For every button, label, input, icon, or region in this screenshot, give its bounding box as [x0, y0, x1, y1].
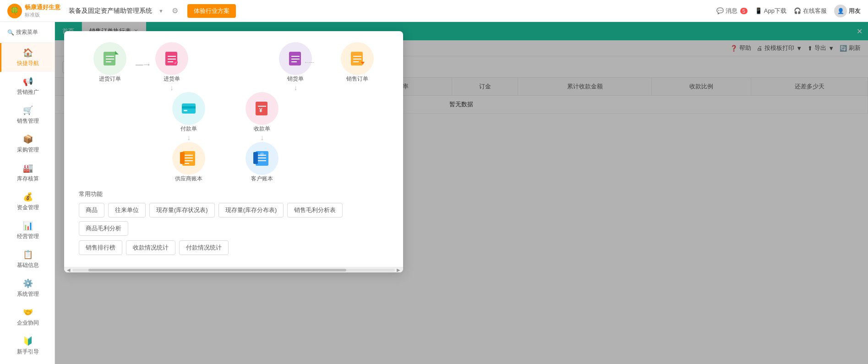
system-dropdown-icon[interactable]: ▼ [158, 8, 164, 14]
avatar: 👤 [834, 5, 847, 17]
logo-text: 畅康通好生意 标准版 [25, 4, 60, 18]
sidebar-item-operation[interactable]: 📊 经营管理 [0, 216, 55, 245]
app-download-label: App下载 [764, 7, 786, 15]
flow-supplier-account: 供应商账本 [152, 142, 225, 183]
newbie-icon: 🔰 [23, 336, 33, 346]
sidebar-label-marketing: 营销推广 [17, 88, 39, 96]
sidebar-item-newbie[interactable]: 🔰 新手引导 [0, 331, 55, 360]
payment-icon [180, 100, 197, 117]
purchase-icon: 📦 [23, 134, 33, 144]
sidebar-item-sales[interactable]: 🛒 销售管理 [0, 101, 55, 130]
sidebar-item-purchase[interactable]: 📦 采购管理 [0, 130, 55, 158]
finance-icon: 💰 [23, 192, 33, 202]
scrollbar-thumb[interactable] [88, 269, 346, 272]
phone-icon: 📱 [755, 7, 762, 14]
flow-sales-order-node: ←- - - 销售订单 [327, 42, 388, 83]
sales-order-node-icon [349, 50, 366, 67]
flow-purchase-receipt: ✓ 进货单 ↓ [141, 42, 202, 92]
trial-button[interactable]: 体验行业方案 [187, 4, 236, 18]
func-buttons-row1: 商品 往来单位 现存量(库存状况表) 现存量(库存分布表) 销售毛利分析表 商品… [79, 203, 388, 236]
sidebar-label-newbie: 新手引导 [17, 348, 39, 356]
scroll-right-icon[interactable]: ▶ [395, 267, 402, 272]
search-menu-button[interactable]: 🔍 搜索菜单 [4, 27, 51, 38]
sidebar-label-inventory: 库存核算 [17, 175, 39, 183]
flow-modal: 进货订单 - - -→ [64, 31, 403, 272]
sidebar-search-area[interactable]: 🔍 搜索菜单 [0, 22, 55, 43]
purchase-receipt-circle[interactable]: ✓ [155, 42, 188, 75]
flow-sale-order: 销货单 ↓ [265, 42, 327, 92]
dashed-left-arrow: ←- - - [304, 59, 313, 65]
purchase-order-circle[interactable] [93, 42, 126, 75]
sales-order-node-label: 销售订单 [346, 75, 368, 83]
sale-order-label: 销货单 [287, 75, 304, 83]
func-btn-receipt-stat[interactable]: 收款情况统计 [126, 240, 175, 255]
modal-scrollbar[interactable]: ◀ ▶ [64, 267, 403, 272]
func-btn-sales-gross[interactable]: 销售毛利分析表 [287, 203, 343, 217]
flow-receipt: ¥ 收款单 ↓ [225, 92, 299, 142]
system-icon: ⚙️ [23, 278, 33, 288]
app-download-action[interactable]: 📱 App下载 [755, 7, 786, 15]
func-btn-goods-gross[interactable]: 商品毛利分析 [79, 221, 128, 236]
sidebar-item-finance[interactable]: 💰 资金管理 [0, 187, 55, 216]
scroll-left-icon[interactable]: ◀ [65, 267, 72, 272]
svg-marker-4 [115, 51, 119, 54]
sales-order-node-circle[interactable] [341, 42, 374, 75]
sidebar-item-inventory[interactable]: 🏭 库存核算 [0, 158, 55, 187]
svg-rect-21 [182, 106, 196, 109]
modal-body: 进货订单 - - -→ [64, 31, 403, 267]
flow-purchase-order: 进货订单 - - -→ [79, 42, 141, 83]
basic-icon: 📋 [23, 250, 33, 260]
header-right: 💬 消息 5 📱 App下载 🎧 在线客服 👤 用友 [716, 5, 861, 17]
main-layout: 🔍 搜索菜单 🏠 快捷导航 📢 营销推广 🛒 销售管理 📦 采购管理 🏭 库存核… [0, 22, 868, 364]
message-action[interactable]: 💬 消息 5 [716, 7, 748, 15]
svg-point-36 [260, 152, 264, 156]
supplier-account-icon [180, 150, 197, 167]
operation-icon: 📊 [23, 221, 33, 231]
common-func-title: 常用功能 [79, 190, 388, 198]
logo-line1: 畅康通好生意 [25, 4, 60, 11]
svg-rect-37 [253, 152, 258, 164]
search-menu-label: 搜索菜单 [16, 28, 38, 36]
supplier-account-label: 供应商账本 [175, 175, 202, 183]
sidebar-item-basic[interactable]: 📋 基础信息 [0, 245, 55, 274]
top-header: 🍀 畅康通好生意 标准版 装备及固定资产辅助管理系统 ▼ ⚙ 体验行业方案 💬 … [0, 0, 868, 22]
logo-area: 🍀 畅康通好生意 标准版 [7, 4, 60, 18]
search-icon: 🔍 [7, 29, 14, 36]
func-btn-partners[interactable]: 往来单位 [108, 203, 146, 217]
receipt-circle[interactable]: ¥ [246, 92, 278, 125]
customer-account-icon [253, 150, 271, 167]
arrow-receipt-order-down: ↓ [260, 134, 264, 142]
sidebar-item-marketing[interactable]: 📢 营销推广 [0, 72, 55, 101]
content-area: 首页 销售订单执行表 ✕ ✕ ❓ 帮助 🖨 按模板打印 [55, 22, 868, 364]
common-functions-section: 常用功能 商品 往来单位 现存量(库存状况表) 现存量(库存分布表) 销售毛利分… [79, 190, 388, 255]
user-avatar-area[interactable]: 👤 用友 [834, 5, 861, 17]
svg-rect-31 [180, 152, 185, 164]
online-service-action[interactable]: 🎧 在线客服 [794, 7, 827, 15]
sidebar-item-system[interactable]: ⚙️ 系统管理 [0, 274, 55, 303]
logo-line2: 标准版 [25, 11, 60, 18]
settings-icon[interactable]: ⚙ [172, 6, 178, 15]
purchase-receipt-label: 进货单 [164, 75, 180, 83]
func-btn-goods[interactable]: 商品 [79, 203, 104, 217]
sidebar-label-operation: 经营管理 [17, 233, 39, 240]
purchase-receipt-icon: ✓ [163, 50, 180, 67]
customer-account-label: 客户账本 [251, 175, 273, 183]
sidebar-item-quick-guide[interactable]: 🏠 快捷导航 [0, 43, 55, 72]
func-buttons-row2: 销售排行榜 收款情况统计 付款情况统计 [79, 240, 388, 255]
system-title: 装备及固定资产辅助管理系统 [69, 7, 152, 15]
user-name: 用友 [849, 7, 861, 15]
sales-icon: 🛒 [23, 105, 33, 115]
logo-icon: 🍀 [7, 4, 22, 18]
func-btn-inventory-dist[interactable]: 现存量(库存分布表) [218, 203, 284, 217]
sidebar-item-enterprise[interactable]: 🤝 企业协同 [0, 303, 55, 331]
flow-payment: 付款单 ↓ [152, 92, 225, 142]
scrollbar-track[interactable] [72, 269, 395, 272]
supplier-account-circle[interactable] [172, 142, 205, 175]
func-btn-sales-rank[interactable]: 销售排行榜 [79, 240, 122, 255]
receipt-label: 收款单 [254, 125, 270, 133]
payment-circle[interactable] [172, 92, 205, 125]
sidebar-label-purchase: 采购管理 [17, 146, 39, 154]
customer-account-circle[interactable] [246, 142, 278, 175]
func-btn-payment-stat[interactable]: 付款情况统计 [179, 240, 229, 255]
func-btn-inventory-status[interactable]: 现存量(库存状况表) [149, 203, 215, 217]
